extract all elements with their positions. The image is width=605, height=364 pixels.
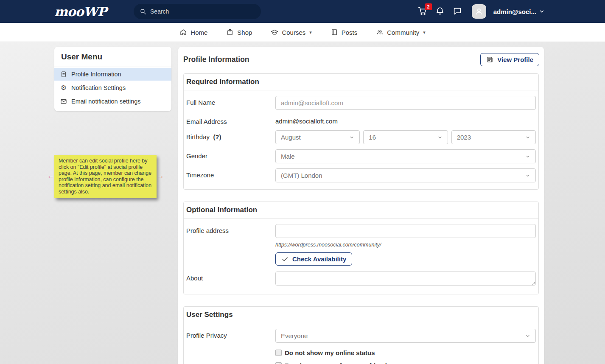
- profile-address-label: Profile address: [186, 224, 275, 238]
- receive-message-checkbox-row[interactable]: Receive message from non-friend: [275, 362, 536, 364]
- sidebar-item-notification-settings[interactable]: ⚙ Notification Settings: [54, 81, 171, 94]
- navbar-actions: 2 admin@soci...: [418, 4, 545, 19]
- check-availability-label: Check Availability: [292, 255, 346, 263]
- full-name-input[interactable]: [275, 96, 536, 110]
- profile-address-input[interactable]: [275, 224, 536, 238]
- bell-icon: [435, 6, 445, 16]
- nav-item-home[interactable]: Home: [179, 28, 207, 36]
- search-bar[interactable]: [134, 4, 261, 19]
- annotation-text: Member can edit social profile here by c…: [59, 158, 151, 195]
- nav-item-posts[interactable]: Posts: [331, 28, 358, 36]
- envelope-icon: [60, 98, 67, 105]
- optional-information-section: Optional Information Profile address htt…: [183, 202, 539, 294]
- profile-privacy-select[interactable]: Everyone: [275, 329, 536, 343]
- sidebar-item-profile-information[interactable]: Profile Information: [54, 68, 171, 81]
- birthday-month-select[interactable]: August: [275, 130, 360, 144]
- cart-button[interactable]: 2: [418, 6, 428, 17]
- posts-icon: [331, 28, 338, 36]
- email-address-value: admin@socialloft.com: [275, 115, 536, 125]
- shop-icon: [226, 28, 234, 36]
- arrow-right-icon: →: [157, 172, 164, 180]
- section-title: User Settings: [184, 307, 538, 323]
- chevron-down-icon: [349, 135, 354, 140]
- nav-item-shop[interactable]: Shop: [226, 28, 252, 36]
- view-profile-icon: [486, 56, 493, 63]
- chat-icon: [453, 6, 462, 16]
- search-input[interactable]: [150, 8, 255, 15]
- view-profile-button[interactable]: View Profile: [480, 53, 539, 66]
- checkbox-label: Receive message from non-friend: [285, 362, 387, 364]
- profile-address-hint: https://wordpress.moosocial.com/communit…: [275, 242, 536, 248]
- top-navbar: mooWP 2 admin@soci...: [0, 0, 605, 23]
- chevron-down-icon: [525, 135, 530, 140]
- checkbox-label: Do not show my online status: [285, 349, 375, 356]
- view-profile-label: View Profile: [497, 56, 533, 63]
- section-title: Required Information: [184, 74, 538, 90]
- gear-icon: ⚙: [60, 84, 67, 91]
- community-icon: [376, 28, 384, 36]
- page-title: Profile Information: [183, 55, 249, 64]
- avatar[interactable]: [472, 4, 486, 19]
- nav-label: Posts: [342, 29, 358, 36]
- search-icon: [140, 8, 146, 15]
- chevron-down-icon: [525, 333, 530, 339]
- site-logo[interactable]: mooWP: [54, 4, 106, 19]
- caret-down-icon: ▾: [423, 30, 426, 35]
- nav-label: Shop: [237, 29, 252, 36]
- chevron-down-icon: [539, 8, 545, 14]
- user-settings-section: User Settings Profile Privacy Everyone D…: [183, 306, 539, 364]
- chevron-down-icon: [525, 154, 530, 159]
- account-menu[interactable]: admin@soci...: [493, 8, 545, 15]
- check-availability-button[interactable]: Check Availability: [275, 252, 352, 266]
- nav-item-courses[interactable]: Courses ▾: [271, 28, 311, 36]
- check-icon: [281, 255, 288, 263]
- timezone-select[interactable]: (GMT) London: [275, 168, 536, 182]
- nav-item-community[interactable]: Community ▾: [376, 28, 425, 36]
- gender-select[interactable]: Male: [275, 149, 536, 163]
- chevron-down-icon: [525, 173, 530, 178]
- document-icon: [60, 71, 67, 78]
- annotation-note: ← Member can edit social profile here by…: [54, 155, 157, 198]
- messages-button[interactable]: [453, 6, 463, 17]
- required-information-section: Required Information Full Name Email Add…: [183, 73, 539, 190]
- nav-label: Home: [190, 29, 207, 36]
- sidebar-item-label: Profile Information: [71, 71, 121, 78]
- email-address-label: Email Address: [186, 115, 275, 125]
- full-name-label: Full Name: [186, 96, 275, 110]
- main-nav: Home Shop Courses ▾ Posts Community ▾: [0, 23, 605, 42]
- arrow-left-icon: ←: [47, 172, 54, 180]
- birthday-help-icon[interactable]: (?): [213, 133, 221, 140]
- page-content: User Menu Profile Information ⚙ Notifica…: [0, 42, 605, 364]
- section-title: Optional Information: [184, 202, 538, 218]
- account-username: admin@soci...: [493, 8, 536, 15]
- person-icon: [474, 7, 484, 16]
- cart-badge: 2: [425, 3, 432, 10]
- notifications-button[interactable]: [435, 6, 445, 17]
- birthday-label: Birthday (?): [186, 130, 275, 144]
- panel-header: Profile Information View Profile: [178, 47, 544, 73]
- birthday-year-select[interactable]: 2023: [451, 130, 536, 144]
- nav-label: Community: [387, 29, 419, 36]
- about-textarea[interactable]: [275, 272, 536, 286]
- caret-down-icon: ▾: [309, 30, 312, 35]
- courses-icon: [271, 28, 278, 36]
- sidebar-item-email-notification-settings[interactable]: Email notification settings: [54, 95, 171, 108]
- profile-privacy-label: Profile Privacy: [186, 329, 275, 343]
- timezone-label: Timezone: [186, 168, 275, 182]
- chevron-down-icon: [437, 135, 443, 140]
- profile-panel: Profile Information View Profile Require…: [178, 47, 544, 364]
- user-menu-title: User Menu: [54, 47, 171, 67]
- user-menu-card: User Menu Profile Information ⚙ Notifica…: [54, 47, 171, 111]
- sidebar-item-label: Notification Settings: [71, 84, 126, 91]
- home-icon: [179, 28, 187, 36]
- nav-label: Courses: [282, 29, 305, 36]
- checkbox-icon[interactable]: [275, 350, 282, 356]
- online-status-checkbox-row[interactable]: Do not show my online status: [275, 349, 536, 356]
- sidebar-item-label: Email notification settings: [71, 98, 141, 105]
- birthday-day-select[interactable]: 16: [363, 130, 448, 144]
- about-label: About: [186, 272, 275, 287]
- gender-label: Gender: [186, 149, 275, 163]
- checkbox-icon[interactable]: [275, 362, 282, 364]
